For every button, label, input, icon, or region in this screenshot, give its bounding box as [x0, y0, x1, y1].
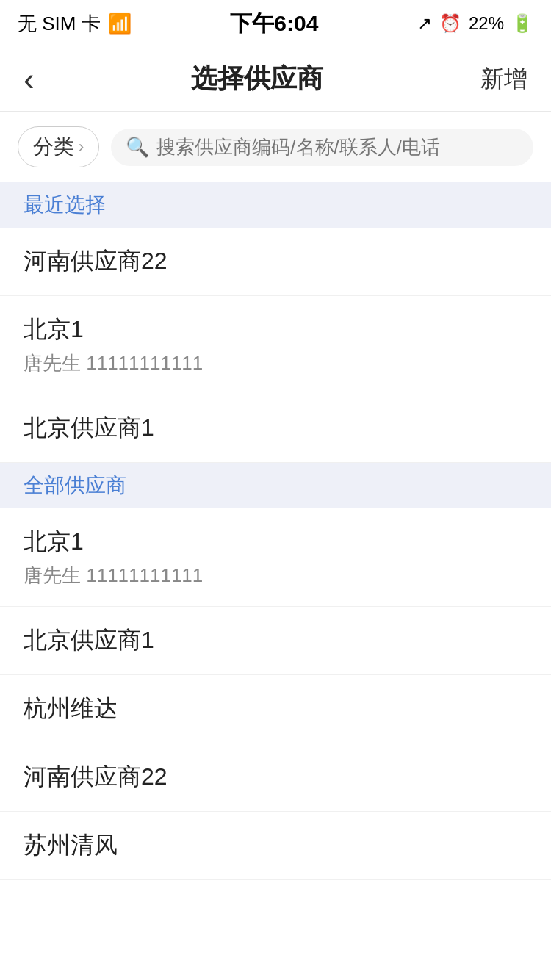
item-name: 北京1 — [24, 526, 527, 558]
wifi-icon: 📶 — [108, 12, 132, 35]
item-name: 北京供应商1 — [24, 412, 527, 444]
item-name: 河南供应商22 — [24, 245, 527, 278]
battery-icon: 🔋 — [511, 13, 533, 34]
status-time: 下午6:04 — [230, 9, 318, 39]
new-button[interactable]: 新增 — [480, 63, 527, 96]
item-name: 北京供应商1 — [24, 624, 527, 657]
search-input-wrap[interactable]: 🔍 — [111, 129, 533, 166]
search-bar: 分类 › 🔍 — [0, 112, 551, 182]
list-item[interactable]: 北京供应商1 — [0, 394, 551, 463]
sections-container: 最近选择河南供应商22北京1唐先生 11111111111北京供应商1全部供应商… — [0, 182, 551, 880]
item-sub: 唐先生 11111111111 — [24, 563, 527, 588]
sim-status: 无 SIM 卡 — [18, 11, 101, 37]
back-button[interactable]: ‹ — [24, 61, 35, 98]
list-item[interactable]: 北京1唐先生 11111111111 — [0, 508, 551, 607]
item-name: 杭州维达 — [24, 693, 527, 725]
nav-bar: ‹ 选择供应商 新增 — [0, 47, 551, 112]
section-header-all: 全部供应商 — [0, 463, 551, 508]
item-sub: 唐先生 11111111111 — [24, 350, 527, 376]
search-icon: 🔍 — [126, 136, 149, 159]
list-item[interactable]: 河南供应商22 — [0, 228, 551, 296]
list-item[interactable]: 北京1唐先生 11111111111 — [0, 296, 551, 394]
item-name: 北京1 — [24, 314, 527, 346]
alarm-icon: ⏰ — [439, 13, 461, 34]
list-item[interactable]: 苏州清风 — [0, 812, 551, 880]
list-item[interactable]: 北京供应商1 — [0, 607, 551, 675]
search-input[interactable] — [156, 136, 519, 159]
status-right: ↗ ⏰ 22% 🔋 — [417, 13, 533, 34]
chevron-right-icon: › — [79, 137, 84, 156]
status-left: 无 SIM 卡 📶 — [18, 11, 132, 37]
category-button[interactable]: 分类 › — [18, 126, 99, 167]
status-bar: 无 SIM 卡 📶 下午6:04 ↗ ⏰ 22% 🔋 — [0, 0, 551, 47]
section-header-label-recent: 最近选择 — [24, 193, 106, 216]
category-label: 分类 — [33, 133, 74, 161]
section-header-label-all: 全部供应商 — [24, 474, 126, 497]
item-name: 河南供应商22 — [24, 761, 527, 793]
nav-title: 选择供应商 — [191, 61, 323, 97]
battery-text: 22% — [469, 13, 504, 34]
list-item[interactable]: 杭州维达 — [0, 675, 551, 743]
section-header-recent: 最近选择 — [0, 182, 551, 228]
list-item[interactable]: 河南供应商22 — [0, 743, 551, 812]
item-name: 苏州清风 — [24, 829, 527, 862]
location-icon: ↗ — [417, 13, 432, 34]
